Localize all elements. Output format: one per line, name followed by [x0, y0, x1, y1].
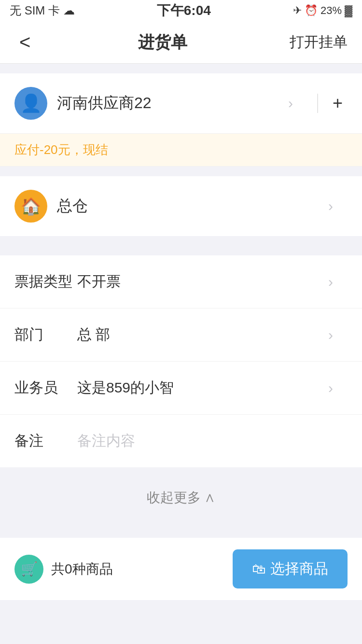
status-left: 无 SIM 卡 ☁: [10, 3, 75, 18]
gap-3: [0, 236, 362, 246]
sim-status: 无 SIM 卡 ☁: [10, 3, 75, 18]
status-bar: 无 SIM 卡 ☁ 下午6:04 ✈ ⏰ 23% ▓: [0, 0, 362, 21]
warehouse-name: 总仓: [57, 196, 328, 217]
background-filler: [0, 600, 362, 644]
select-product-button[interactable]: 🛍 选择商品: [233, 549, 348, 588]
bottom-bar: 🛒 共0种商品 🛍 选择商品: [0, 538, 362, 600]
supplier-avatar: 👤: [14, 87, 47, 120]
open-pending-button[interactable]: 打开挂单: [290, 32, 348, 52]
add-supplier-button[interactable]: +: [328, 88, 348, 118]
warehouse-icon-wrap: 🏠: [14, 190, 47, 223]
invoice-type-value: 不开票: [77, 272, 328, 292]
gap-1: [0, 64, 362, 73]
supplier-name: 河南供应商22: [57, 93, 288, 114]
warehouse-row[interactable]: 🏠 总仓 ›: [0, 176, 362, 236]
select-btn-label: 选择商品: [270, 559, 328, 579]
alarm-icon: ⏰: [305, 4, 318, 17]
notice-bar: 应付-20元，现结: [0, 134, 362, 167]
location-icon: ✈: [293, 4, 302, 17]
nav-bar: < 进货单 打开挂单: [0, 21, 362, 64]
invoice-type-chevron-icon: ›: [328, 274, 333, 290]
invoice-type-label: 票据类型: [14, 272, 77, 292]
department-chevron-icon: ›: [328, 327, 333, 343]
gap-2: [0, 167, 362, 176]
remark-placeholder: 备注内容: [77, 431, 348, 451]
department-value: 总 部: [77, 325, 328, 345]
supplier-row[interactable]: 👤 河南供应商22 › +: [0, 73, 362, 134]
remark-label: 备注: [14, 431, 77, 451]
warehouse-section: 🏠 总仓 ›: [0, 176, 362, 236]
invoice-type-row[interactable]: 票据类型 不开票 ›: [0, 255, 362, 308]
back-button[interactable]: <: [14, 27, 35, 58]
collapse-button[interactable]: 收起更多 ∧: [0, 477, 362, 518]
cart-icon-wrap: 🛒: [14, 555, 43, 584]
vertical-divider: [317, 94, 318, 113]
status-right: ✈ ⏰ 23% ▓: [293, 4, 352, 17]
salesman-chevron-icon: ›: [328, 380, 333, 396]
salesman-label: 业务员: [14, 378, 77, 398]
warehouse-chevron-icon: ›: [328, 198, 333, 214]
select-btn-icon: 🛍: [252, 561, 265, 577]
cart-icon: 🛒: [21, 561, 38, 577]
supplier-section: 👤 河南供应商22 › + 应付-20元，现结: [0, 73, 362, 167]
battery-level: 23%: [320, 4, 342, 17]
department-label: 部门: [14, 325, 77, 345]
status-time: 下午6:04: [157, 1, 211, 20]
salesman-value: 这是859的小智: [77, 378, 328, 398]
warehouse-icon: 🏠: [21, 196, 41, 216]
avatar-icon: 👤: [20, 93, 42, 113]
gap-4: [0, 518, 362, 528]
battery-icon: ▓: [345, 4, 352, 17]
salesman-row[interactable]: 业务员 这是859的小智 ›: [0, 362, 362, 415]
page-title: 进货单: [138, 31, 187, 54]
product-count: 共0种商品: [51, 560, 233, 578]
form-section: 票据类型 不开票 › 部门 总 部 › 业务员 这是859的小智 › 备注 备注…: [0, 255, 362, 467]
remark-row[interactable]: 备注 备注内容: [0, 415, 362, 467]
department-row[interactable]: 部门 总 部 ›: [0, 308, 362, 362]
supplier-chevron-icon: ›: [288, 95, 293, 112]
